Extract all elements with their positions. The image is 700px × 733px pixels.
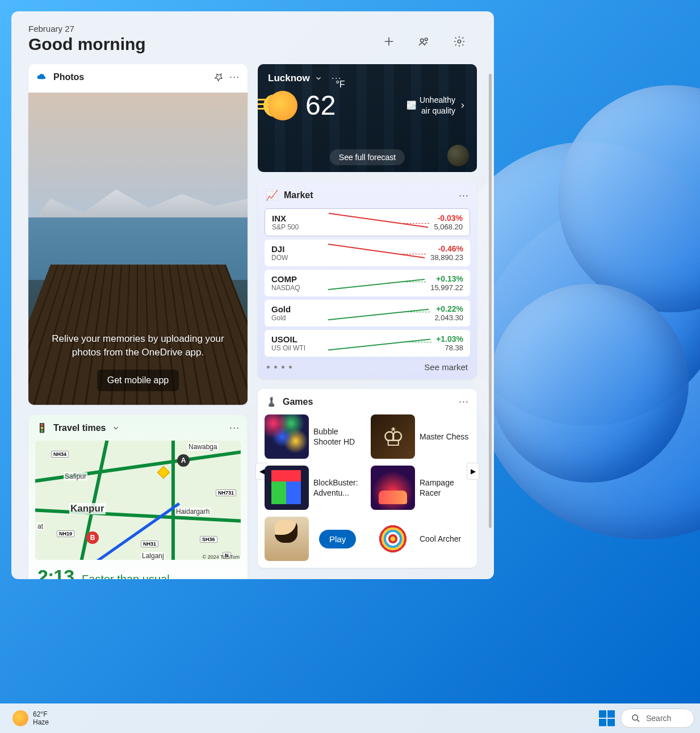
- market-row[interactable]: USOILUS Oil WTI+1.03%78.38: [265, 330, 470, 357]
- market-row[interactable]: DJIDOW-0.46%38,890.23: [265, 240, 470, 266]
- svg-point-1: [425, 38, 427, 41]
- city-safipur: Safipur: [64, 472, 87, 480]
- see-market-link[interactable]: See market: [424, 362, 468, 372]
- games-widget[interactable]: ♟️ Games ··· ◀ ▶ Bubble Shooter HD Maste…: [258, 389, 477, 568]
- travel-time: 2:13: [37, 566, 74, 579]
- market-page-dots[interactable]: [267, 366, 292, 368]
- game-thumb: [265, 414, 309, 459]
- market-pct: -0.46%: [430, 244, 463, 253]
- plus-icon: [383, 35, 395, 48]
- game-item[interactable]: BlockBuster: Adventu...: [265, 466, 364, 510]
- weather-condition-icon: [268, 91, 297, 120]
- add-widget-button[interactable]: [383, 35, 395, 48]
- market-sparkline: [323, 215, 434, 230]
- map-warning-icon: [157, 466, 170, 479]
- market-symbol: Gold: [271, 304, 322, 314]
- city-nawabga: Nawabga: [187, 443, 219, 451]
- game-item[interactable]: Play: [265, 517, 364, 561]
- market-symbol: COMP: [271, 274, 322, 284]
- city-lalganj: Lalganj: [141, 552, 165, 560]
- photos-image: Relive your memories by uploading your p…: [28, 93, 248, 405]
- game-thumb: [371, 517, 415, 561]
- city-haidargarh: Haidargarh: [175, 508, 211, 516]
- chevron-down-icon: [315, 74, 322, 82]
- game-item[interactable]: Cool Archer: [371, 517, 470, 561]
- nh34-label: NH34: [51, 451, 69, 458]
- traffic-light-icon: 🚦: [36, 422, 48, 433]
- travel-widget[interactable]: 🚦 Travel times ··· A B Kanpur Saf: [28, 415, 248, 579]
- market-value: 5,068.20: [434, 223, 463, 231]
- taskbar-search[interactable]: Search: [621, 709, 694, 728]
- sh36-label: SH36: [200, 536, 217, 543]
- games-icon: ♟️: [266, 396, 277, 407]
- taskbar-temp: 62°F: [33, 710, 49, 718]
- market-more-button[interactable]: ···: [459, 190, 469, 202]
- travel-map[interactable]: A B Kanpur Safipur Nawabga Haidargarh La…: [35, 441, 241, 560]
- game-name: Bubble Shooter HD: [313, 426, 364, 447]
- market-sparkline: [322, 246, 430, 261]
- market-value: 38,890.23: [430, 253, 463, 262]
- market-sparkline: [322, 276, 430, 291]
- map-marker-a: A: [177, 454, 190, 467]
- taskbar-weather[interactable]: 62°F Haze: [6, 708, 56, 729]
- air-quality-icon: 🌫️: [406, 100, 416, 110]
- travel-more-button[interactable]: ···: [229, 422, 240, 434]
- panel-scrollbar[interactable]: [489, 74, 492, 528]
- game-itemem[interactable]: Master Chess: [371, 414, 470, 459]
- weather-widget[interactable]: Lucknow ··· 62°F 🌫️ Unhealthyair quality: [258, 64, 477, 172]
- header-greeting: Good morning: [28, 35, 146, 54]
- see-full-forecast-button[interactable]: See full forecast: [330, 149, 405, 165]
- photos-message: Relive your memories by uploading your p…: [28, 332, 248, 359]
- market-value: 2,043.30: [434, 313, 463, 322]
- market-sparkline: [322, 336, 436, 351]
- chevron-down-icon: [112, 424, 120, 432]
- travel-title: Travel times: [53, 423, 106, 433]
- game-name: BlockBuster: Adventu...: [313, 478, 364, 498]
- market-row[interactable]: INXS&P 500-0.03%5,068.20: [265, 208, 470, 236]
- market-subtitle: NASDAQ: [271, 284, 322, 292]
- gear-icon: [453, 35, 466, 48]
- games-next-button[interactable]: ▶: [467, 463, 479, 480]
- get-mobile-app-button[interactable]: Get mobile app: [97, 370, 179, 391]
- game-item[interactable]: Bubble Shooter HD: [265, 414, 364, 459]
- play-button[interactable]: Play: [319, 530, 356, 548]
- search-placeholder: Search: [646, 714, 671, 723]
- photos-widget[interactable]: Photos ··· Relive your memories by uploa…: [28, 64, 248, 405]
- market-pct: +1.03%: [436, 334, 463, 344]
- nh31-label: NH31: [141, 541, 158, 547]
- air-quality-link[interactable]: 🌫️ Unhealthyair quality: [406, 95, 467, 115]
- game-name: Cool Archer: [420, 534, 461, 544]
- games-more-button[interactable]: ···: [459, 396, 469, 408]
- market-symbol: USOIL: [271, 334, 322, 344]
- aq-text-1: Unhealthy: [420, 95, 455, 104]
- game-item[interactable]: Rampage Racer: [371, 466, 470, 510]
- nh731-label: NH731: [216, 489, 236, 496]
- market-value: 78.38: [436, 344, 463, 352]
- svg-point-2: [458, 40, 461, 43]
- start-button[interactable]: [599, 710, 615, 726]
- taskbar: 62°F Haze Search: [0, 703, 700, 733]
- search-icon: [631, 714, 640, 723]
- pin-button[interactable]: [213, 72, 224, 82]
- market-pct: -0.03%: [434, 213, 463, 223]
- market-widget[interactable]: 📈 Market ··· INXS&P 500-0.03%5,068.20DJI…: [258, 182, 477, 379]
- market-subtitle: DOW: [271, 254, 322, 262]
- games-title: Games: [283, 397, 313, 407]
- game-thumb: [265, 466, 309, 510]
- game-thumb: [371, 414, 415, 459]
- weather-temp: 62: [305, 90, 336, 120]
- weather-location[interactable]: Lucknow: [268, 73, 310, 84]
- photos-more-button[interactable]: ···: [229, 71, 240, 83]
- settings-button[interactable]: [453, 35, 466, 48]
- market-sparkline: [322, 306, 434, 321]
- weather-unit: °F: [336, 79, 345, 89]
- market-pct: +0.13%: [430, 274, 463, 283]
- market-pct: +0.22%: [434, 304, 463, 313]
- people-button[interactable]: [418, 35, 430, 48]
- market-row[interactable]: COMPNASDAQ+0.13%15,997.22: [265, 270, 470, 296]
- game-thumb: [265, 517, 309, 561]
- game-name: Rampage Racer: [420, 478, 470, 498]
- map-marker-b: B: [86, 531, 99, 544]
- market-row[interactable]: GoldGold+0.22%2,043.30: [265, 300, 470, 326]
- weather-globe-icon[interactable]: [447, 145, 469, 166]
